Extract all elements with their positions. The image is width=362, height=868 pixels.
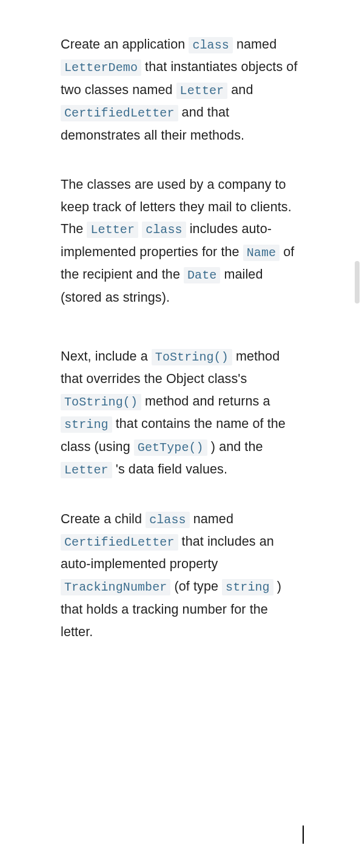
- code-string: string: [61, 416, 112, 433]
- code-tostring: ToString(): [152, 349, 232, 365]
- text: named: [190, 512, 233, 526]
- code-trackingnumber: TrackingNumber: [61, 579, 170, 595]
- code-letterdemo: LetterDemo: [61, 59, 141, 76]
- text: and: [227, 83, 253, 97]
- code-letter: Letter: [61, 462, 112, 478]
- code-certifiedletter: CertifiedLetter: [61, 534, 178, 551]
- text: ) and the: [207, 439, 263, 454]
- code-date: Date: [184, 267, 220, 283]
- text: method and returns a: [141, 394, 270, 409]
- code-string: string: [222, 579, 273, 595]
- code-class: class: [142, 222, 186, 238]
- document-page: Create an application class named Letter…: [0, 0, 362, 868]
- paragraph-4: Create a child class named CertifiedLett…: [61, 508, 301, 643]
- code-gettype: GetType(): [134, 439, 207, 456]
- text: Next, include a: [61, 349, 152, 364]
- paragraph-2: The classes are used by a company to kee…: [61, 174, 301, 309]
- paragraph-3: Next, include a ToString() method that o…: [61, 345, 301, 481]
- paragraph-1: Create an application class named Letter…: [61, 33, 301, 147]
- scrollbar-thumb[interactable]: [355, 261, 360, 303]
- code-letter: Letter: [87, 222, 138, 238]
- text: (of type: [170, 579, 222, 594]
- text: Create a child: [61, 512, 146, 526]
- code-letter: Letter: [176, 83, 228, 99]
- code-name: Name: [243, 245, 280, 261]
- text: Create an application: [61, 37, 189, 52]
- text: named: [233, 37, 277, 52]
- code-certifiedletter: CertifiedLetter: [61, 105, 178, 121]
- code-tostring: ToString(): [61, 394, 141, 410]
- text-cursor: [303, 826, 304, 844]
- text: 's data field values.: [112, 462, 227, 476]
- code-class: class: [189, 37, 233, 53]
- code-class: class: [146, 512, 190, 528]
